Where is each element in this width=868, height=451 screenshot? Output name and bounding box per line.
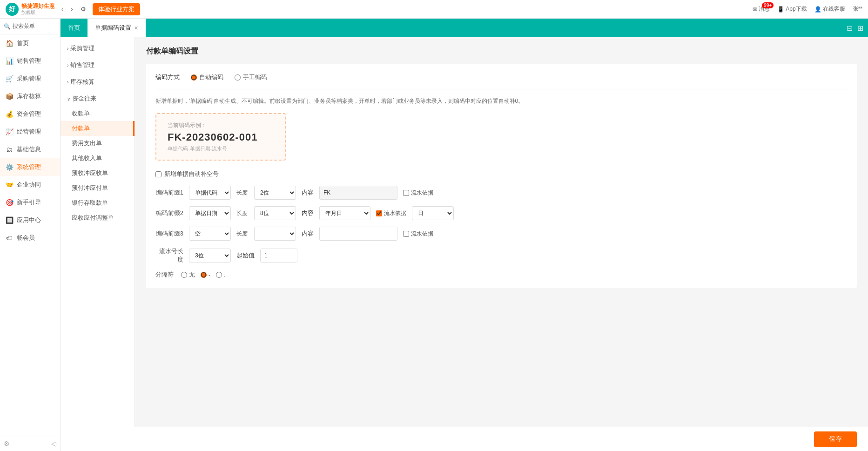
subnav-group-header-inventory[interactable]: › 库存核算 xyxy=(61,74,135,89)
prefix2-select[interactable]: 单据日期 xyxy=(189,206,231,220)
subnav-item-adjustment[interactable]: 应收应付调整单 xyxy=(61,210,135,225)
subnav-group-header-sales[interactable]: › 销售管理 xyxy=(61,58,135,73)
serial-length-row: 流水号长度 3位 起始值 xyxy=(155,247,848,264)
online-service-btn[interactable]: 👤 在线客服 xyxy=(814,5,845,13)
sep-none-input[interactable] xyxy=(181,272,187,278)
collapse-sidebar-btn[interactable]: ◁ xyxy=(51,440,56,447)
auto-encoding-input[interactable] xyxy=(191,74,197,81)
prefix3-select[interactable]: 空 xyxy=(189,227,231,241)
subnav-group-purchase: › 采购管理 xyxy=(61,41,135,56)
main-content: 付款单编码设置 编码方式 自动编码 手工编码 xyxy=(135,37,868,427)
tab-minimize-btn[interactable]: ⊟ xyxy=(847,24,853,33)
serial-length-select[interactable]: 3位 xyxy=(189,249,231,263)
prefix2-serial-checkbox-label[interactable]: 流水依据 xyxy=(376,209,406,217)
sep-dot1-radio[interactable]: - xyxy=(201,271,210,278)
sidebar-item-label: 资金管理 xyxy=(17,110,41,118)
sidebar-item-purchase[interactable]: 🛒 采购管理 xyxy=(0,70,60,88)
tab-encoding-settings[interactable]: 单据编码设置 ✕ xyxy=(87,19,146,37)
sidebar-item-label: 新手引导 xyxy=(17,198,41,207)
settings-btn[interactable]: ⚙ xyxy=(78,5,89,13)
sep-radio-group: 无 - . xyxy=(181,270,226,279)
prefix1-content-input xyxy=(319,186,397,200)
sep-dot1-label: - xyxy=(209,271,210,278)
sep-dot2-label: . xyxy=(224,271,226,278)
separator-row: 分隔符 无 - . xyxy=(155,270,848,279)
prefix2-content-select[interactable]: 年月日 xyxy=(319,206,370,220)
top-bar-left: 好 畅捷通好生意 旗舰版 ‹ › ⚙ 体验行业方案 xyxy=(6,3,140,16)
sidebar-search[interactable]: 🔍 搜索菜单 xyxy=(0,19,60,34)
subnav-group-sales: › 销售管理 xyxy=(61,58,135,73)
code-preview-value: FK-20230602-001 xyxy=(168,131,274,143)
subnav-item-receipt[interactable]: 收款单 xyxy=(61,106,135,121)
subnav-group-header-purchase[interactable]: › 采购管理 xyxy=(61,41,135,56)
start-value-label: 起始值 xyxy=(236,251,255,260)
top-bar-right: ✉ 消息 99+ 📱 App下载 👤 在线客服 张** xyxy=(753,5,862,13)
tab-home-label: 首页 xyxy=(68,24,80,32)
settings-bottom-btn[interactable]: ⚙ xyxy=(4,440,10,447)
sales-icon: 📊 xyxy=(6,57,13,65)
tab-home[interactable]: 首页 xyxy=(61,19,87,37)
chevron-right-icon: › xyxy=(67,80,68,85)
sep-dot1-input[interactable] xyxy=(201,272,207,278)
service-label: 在线客服 xyxy=(823,5,845,13)
prefix3-serial-checkbox-label[interactable]: 流水依据 xyxy=(403,230,433,238)
subnav-group-inventory: › 库存核算 xyxy=(61,74,135,89)
tab-close-btn[interactable]: ✕ xyxy=(134,25,138,31)
message-btn[interactable]: ✉ 消息 99+ xyxy=(753,5,770,13)
subnav-item-expense[interactable]: 费用支出单 xyxy=(61,136,135,151)
subnav-group-header-capital[interactable]: ∨ 资金往来 xyxy=(61,91,135,106)
inventory-icon: 📦 xyxy=(6,93,13,100)
sidebar-item-label: 首页 xyxy=(17,39,29,47)
nav-next-btn[interactable]: › xyxy=(68,5,75,13)
prefix1-label: 编码前缀1 xyxy=(155,188,183,197)
sidebar-item-inventory[interactable]: 📦 库存核算 xyxy=(0,88,60,105)
subnav-item-bank-deposit[interactable]: 银行存取款单 xyxy=(61,195,135,210)
auto-encoding-radio[interactable]: 自动编码 xyxy=(191,73,223,81)
sidebar-item-sales[interactable]: 📊 销售管理 xyxy=(0,52,60,70)
prefix3-length-select[interactable] xyxy=(254,227,296,241)
prefix1-length-select[interactable]: 2位 xyxy=(254,186,296,200)
prefix1-serial-checkbox-label[interactable]: 流水依据 xyxy=(403,189,433,197)
sidebar-item-operations[interactable]: 📈 经营管理 xyxy=(0,123,60,141)
sidebar-item-home[interactable]: 🏠 首页 xyxy=(0,34,60,52)
prefix1-select[interactable]: 单据代码 xyxy=(189,186,231,200)
subnav-item-payment[interactable]: 付款单 xyxy=(61,121,135,136)
prefix1-serial-checkbox[interactable] xyxy=(403,190,409,196)
user-menu[interactable]: 张** xyxy=(853,5,862,13)
subnav-item-advance-receivable[interactable]: 预收冲应收单 xyxy=(61,166,135,181)
sidebar-item-collab[interactable]: 🤝 企业协同 xyxy=(0,176,60,194)
sidebar-item-basic[interactable]: 🗂 基础信息 xyxy=(0,141,60,158)
sep-none-label: 无 xyxy=(189,270,195,279)
sep-dot2-radio[interactable]: . xyxy=(216,271,226,278)
search-icon: 🔍 xyxy=(4,23,11,30)
sidebar-item-apps[interactable]: 🔲 应用中心 xyxy=(0,211,60,229)
prefix3-content-input[interactable] xyxy=(319,227,397,241)
app-icon: 📱 xyxy=(777,6,784,13)
sep-none-radio[interactable]: 无 xyxy=(181,270,195,279)
prefix2-serial-checkbox[interactable] xyxy=(376,210,382,216)
save-btn[interactable]: 保存 xyxy=(814,431,857,447)
sidebar-item-system[interactable]: ⚙️ 系统管理 xyxy=(0,158,60,176)
experience-btn[interactable]: 体验行业方案 xyxy=(93,3,140,15)
prefix2-length-select[interactable]: 8位 xyxy=(254,206,296,220)
prefix2-serial-unit-select[interactable]: 日 xyxy=(412,206,454,220)
basic-icon: 🗂 xyxy=(6,146,13,153)
auto-encoding-label: 自动编码 xyxy=(199,73,223,81)
sidebar-item-finance[interactable]: 💰 资金管理 xyxy=(0,105,60,123)
subnav-item-other-income[interactable]: 其他收入单 xyxy=(61,151,135,166)
prefix3-serial-checkbox[interactable] xyxy=(403,231,409,237)
manual-encoding-radio[interactable]: 手工编码 xyxy=(235,73,267,81)
auto-fill-checkbox[interactable] xyxy=(155,171,161,177)
subnav-item-advance-payable[interactable]: 预付冲应付单 xyxy=(61,181,135,195)
start-value-input[interactable] xyxy=(260,249,297,263)
code-preview-desc: 单据代码-单据日期-流水号 xyxy=(168,145,274,152)
tab-encoding-label: 单据编码设置 xyxy=(95,24,131,32)
encoding-method-row: 编码方式 自动编码 手工编码 xyxy=(155,73,848,89)
tab-maximize-btn[interactable]: ⊞ xyxy=(857,24,863,33)
manual-encoding-input[interactable] xyxy=(235,74,241,81)
sidebar-item-member[interactable]: 🏷 畅会员 xyxy=(0,229,60,247)
nav-prev-btn[interactable]: ‹ xyxy=(59,5,66,13)
sidebar-item-guide[interactable]: 🎯 新手引导 xyxy=(0,194,60,211)
app-download-btn[interactable]: 📱 App下载 xyxy=(777,5,807,13)
sep-dot2-input[interactable] xyxy=(216,272,222,278)
